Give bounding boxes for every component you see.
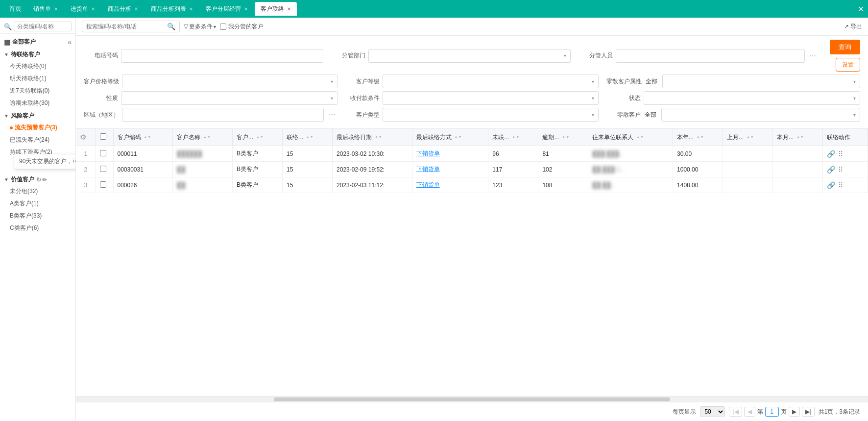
close-window-icon[interactable]: ✕ (858, 4, 864, 14)
region-more-icon[interactable]: ··· (327, 110, 337, 119)
person-select[interactable] (616, 49, 805, 63)
filter-search-input[interactable] (86, 23, 165, 30)
sort-icon[interactable]: ▲▼ (746, 135, 754, 139)
status-select[interactable]: ▾ (644, 91, 860, 105)
sidebar-group-risk[interactable]: ▼ 风险客户 (0, 109, 75, 122)
sort-icon[interactable]: ▲▼ (144, 135, 151, 139)
sidebar-item-b-class[interactable]: B类客户(33) (0, 210, 75, 222)
per-page-label: 每页显示 (673, 408, 696, 416)
row-last-month (723, 146, 773, 162)
phone-input[interactable] (121, 49, 323, 63)
row-checkbox[interactable] (96, 177, 113, 193)
sort-icon[interactable]: ▲▼ (696, 135, 704, 139)
tab-analysis-list[interactable]: 商品分析列表 ✕ (145, 2, 199, 16)
action-more-icon[interactable]: ⠿ (838, 166, 843, 173)
page-input[interactable] (765, 407, 779, 417)
action-more-icon[interactable]: ⠿ (838, 181, 843, 189)
sidebar-group-value[interactable]: ▼ 价值客户 ↻ ✏ (0, 173, 75, 185)
sort-icon[interactable]: ▲▼ (256, 135, 264, 139)
select-all-checkbox[interactable] (100, 133, 106, 140)
sidebar-item-a-class[interactable]: A类客户(1) (0, 198, 75, 210)
last-page-btn[interactable]: ▶| (802, 407, 815, 417)
sidebar-item-overdue[interactable]: 逾期未联络(30) (0, 97, 75, 109)
sidebar-group-pending[interactable]: ▼ 待联络客户 (0, 48, 75, 60)
close-icon[interactable]: ✕ (244, 6, 248, 12)
customer-type-field: 客户类型 ▾ (345, 108, 599, 122)
close-icon[interactable]: ✕ (287, 6, 291, 12)
customer-type-select[interactable]: ▾ (383, 108, 599, 122)
col-settings[interactable]: ⚙ (76, 129, 96, 146)
sidebar-item-tomorrow[interactable]: 明天待联络(1) (0, 73, 75, 85)
tab-sales[interactable]: 销售单 ✕ (27, 2, 64, 16)
tab-customer-layer[interactable]: 客户分层经营 ✕ (200, 2, 254, 16)
sidebar-item-today[interactable]: 今天待联络(0) (0, 60, 75, 73)
row-num: 3 (76, 177, 96, 193)
tab-home[interactable]: 首页 (4, 4, 26, 13)
dept-select[interactable]: ▾ (368, 49, 571, 63)
export-btn[interactable]: ↗ 导出 (844, 23, 862, 31)
settings-button[interactable]: 设置 (836, 58, 860, 72)
close-icon[interactable]: ✕ (189, 6, 193, 12)
my-customers-checkbox[interactable] (220, 24, 226, 30)
payment-select[interactable]: ▾ (383, 91, 599, 105)
sort-icon[interactable]: ▲▼ (562, 135, 570, 139)
sidebar: 🔍 ▦ 全部客户 « ▼ 待联络客户 今天待联络(0) 明天待联络(1) 近7天… (0, 18, 76, 421)
sidebar-item-churn-warning[interactable]: 流失预警客户(3) (0, 122, 75, 134)
tab-purchase[interactable]: 进货单 ✕ (65, 2, 101, 16)
row-checkbox[interactable] (96, 146, 113, 162)
filter-search-icon[interactable]: 🔍 (167, 23, 175, 30)
sidebar-item-ungrouped[interactable]: 未分组(32) (0, 185, 75, 198)
search-button[interactable]: 查询 (830, 40, 860, 54)
sort-icon[interactable]: ▲▼ (374, 135, 382, 139)
row-contact: 15 (283, 162, 333, 177)
region-select[interactable] (122, 108, 324, 122)
sort-icon[interactable]: ▲▼ (203, 135, 211, 139)
action-link-icon[interactable]: 🔗 (827, 181, 835, 189)
refresh-icon[interactable]: ↻ (36, 176, 41, 183)
tab-analysis[interactable]: 商品分析 ✕ (102, 2, 144, 16)
row-overdue: 81 (538, 146, 588, 162)
table-row: 3 000026 ██ B类客户 15 2023-02-03 11:12: 下销… (76, 177, 868, 193)
tab-customer-contact[interactable]: 客户联络 ✕ (255, 2, 297, 16)
col-checkbox[interactable] (96, 129, 113, 146)
sort-icon[interactable]: ▲▼ (796, 135, 804, 139)
sidebar-item-churned[interactable]: 已流失客户(24) (0, 134, 75, 146)
zero-attr-select[interactable]: ▾ (662, 74, 860, 88)
sidebar-all-customers[interactable]: ▦ 全部客户 « (0, 34, 75, 48)
close-icon[interactable]: ✕ (54, 6, 58, 12)
prev-page-btn[interactable]: ◀ (744, 407, 755, 417)
sort-icon[interactable]: ▲▼ (306, 135, 313, 139)
edit-icon[interactable]: ✏ (42, 176, 47, 183)
page-size-select[interactable]: 50 100 200 (700, 406, 725, 417)
first-page-btn[interactable]: |◀ (729, 407, 742, 417)
scrollbar-thumb[interactable] (274, 397, 670, 401)
my-customers-filter[interactable]: 我分管的客户 (220, 23, 264, 31)
col-name: 客户名称 ▲▼ (173, 129, 233, 146)
close-icon[interactable]: ✕ (91, 6, 95, 12)
collapse-icon[interactable]: « (68, 38, 72, 46)
price-level-select[interactable]: ▾ (122, 74, 338, 88)
sidebar-search-input[interactable] (14, 22, 72, 31)
action-link-icon[interactable]: 🔗 (827, 150, 835, 158)
row-checkbox[interactable] (96, 162, 113, 177)
row-unlinkd: 123 (488, 177, 538, 193)
sidebar-item-c-class[interactable]: C类客户(6) (0, 222, 75, 234)
more-options-icon[interactable]: ··· (808, 51, 818, 60)
gender-select[interactable]: ▾ (121, 91, 338, 105)
sort-icon[interactable]: ▲▼ (636, 135, 644, 139)
action-link-icon[interactable]: 🔗 (827, 166, 835, 173)
zero-customer-select[interactable]: ▾ (661, 108, 860, 122)
horizontal-scrollbar[interactable] (76, 396, 868, 402)
row-contact-person: ██ ███ 3... (588, 162, 673, 177)
next-page-btn[interactable]: ▶ (789, 407, 800, 417)
customer-level-select[interactable]: ▾ (383, 74, 599, 88)
action-more-icon[interactable]: ⠿ (838, 150, 843, 158)
sort-icon[interactable]: ▲▼ (454, 135, 462, 139)
sort-icon[interactable]: ▲▼ (512, 135, 520, 139)
more-conditions-btn[interactable]: ▽ 更多条件 ▾ (184, 23, 216, 31)
settings-gear-icon[interactable]: ⚙ (80, 133, 86, 141)
top-tab-bar: 首页 销售单 ✕ 进货单 ✕ 商品分析 ✕ 商品分析列表 ✕ 客户分层经营 ✕ … (0, 0, 868, 18)
gender-field: 性质 ▾ (84, 91, 338, 105)
close-icon[interactable]: ✕ (134, 6, 138, 12)
sidebar-item-7days[interactable]: 近7天待联络(0) (0, 85, 75, 97)
